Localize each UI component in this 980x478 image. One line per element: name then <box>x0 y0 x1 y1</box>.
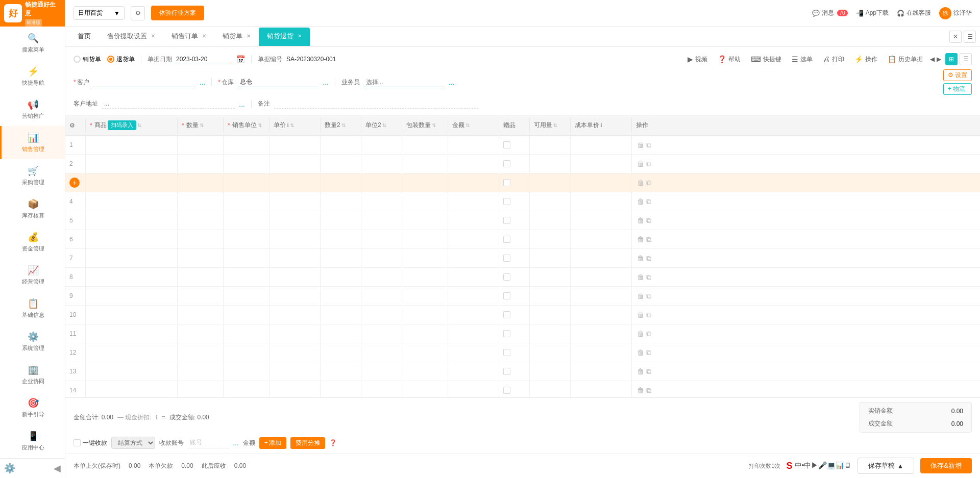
sort-product-icon[interactable]: ⇅ <box>137 122 141 128</box>
industry-select[interactable]: 日用百货 ▼ <box>74 6 125 20</box>
delete-btn[interactable]: 🗑 <box>637 311 644 319</box>
sidebar-item-quick-nav[interactable]: ⚡ 快捷导航 <box>0 60 65 93</box>
copy-btn[interactable]: ⧉ <box>646 197 651 206</box>
delete-btn[interactable]: 🗑 <box>637 273 644 281</box>
sidebar-item-marketing[interactable]: 📢 营销推广 <box>0 93 65 126</box>
add-logistics-btn[interactable]: + 物流 <box>943 83 972 95</box>
sidebar-item-purchase[interactable]: 🛒 采购管理 <box>0 159 65 192</box>
radio-sales-delivery[interactable]: 销货单 <box>74 55 101 64</box>
tab-close-sales-order[interactable]: ✕ <box>202 33 206 39</box>
add-payment-btn[interactable]: + 添加 <box>259 437 286 449</box>
row-1-price[interactable] <box>270 136 321 154</box>
prev-record-btn[interactable]: ◀ <box>930 56 935 63</box>
sort-unit-icon[interactable]: ⇅ <box>258 122 262 128</box>
sidebar-item-app-center[interactable]: 📱 应用中心 <box>0 424 65 458</box>
copy-btn[interactable]: ⧉ <box>646 273 651 282</box>
row-3-price[interactable] <box>270 173 321 192</box>
sidebar-item-inventory[interactable]: 📦 库存核算 <box>0 192 65 225</box>
save-draft-btn[interactable]: 保存草稿 ▲ <box>857 458 914 474</box>
row-3-gift-checkbox[interactable] <box>503 179 510 186</box>
row-3-avail[interactable] <box>530 173 571 192</box>
fee-split-btn[interactable]: 费用分摊 <box>290 437 325 449</box>
row-2-qty[interactable] <box>178 155 224 173</box>
row-2-qty2[interactable] <box>321 155 361 173</box>
row-product[interactable] <box>86 192 178 211</box>
delete-btn[interactable]: 🗑 <box>637 292 644 300</box>
row-3-qty2[interactable] <box>321 173 361 192</box>
app-download-btn[interactable]: 📲 App下载 <box>856 9 889 17</box>
row-1-delete-btn[interactable]: 🗑 <box>637 141 644 149</box>
toolbar-select-btn[interactable]: ☰ 选单 <box>789 54 816 65</box>
row-2-unit2[interactable] <box>361 155 402 173</box>
sidebar-item-operations[interactable]: 📈 经营管理 <box>0 259 65 292</box>
row-3-cost[interactable] <box>571 173 632 192</box>
message-btn[interactable]: 💬 消息 70 <box>812 9 848 17</box>
toolbar-video-btn[interactable]: ▶ 视频 <box>684 54 710 65</box>
copy-btn[interactable]: ⧉ <box>646 311 651 319</box>
row-2-pack[interactable] <box>402 155 448 173</box>
settings-btn[interactable]: ⚙ 设置 <box>943 69 972 81</box>
sort-pack-icon[interactable]: ⇅ <box>432 122 436 128</box>
copy-btn[interactable]: ⧉ <box>646 348 651 357</box>
save-new-btn[interactable]: 保存&新增 <box>920 458 972 473</box>
row-2-product[interactable] <box>86 155 178 173</box>
calc-method-select[interactable]: 结算方式 <box>111 437 155 449</box>
row-3-gift[interactable] <box>499 173 530 192</box>
row-3-amount[interactable] <box>448 173 499 192</box>
row-1-gift-checkbox[interactable] <box>503 141 510 148</box>
calendar-icon[interactable]: 📅 <box>236 55 245 63</box>
sort-qty2-icon[interactable]: ⇅ <box>341 122 346 128</box>
tab-close-price-settings[interactable]: ✕ <box>151 33 155 39</box>
sort-qty-icon[interactable]: ⇅ <box>200 122 204 128</box>
delete-btn[interactable]: 🗑 <box>637 235 644 243</box>
gear-icon[interactable]: ⚙ <box>69 122 75 129</box>
row-3-pack[interactable] <box>402 173 448 192</box>
row-1-amount[interactable] <box>448 136 499 154</box>
row-2-gift[interactable] <box>499 155 530 173</box>
sort-unit2-icon[interactable]: ⇅ <box>382 122 386 128</box>
copy-btn[interactable]: ⧉ <box>646 216 651 225</box>
sidebar-item-finance[interactable]: 💰 资金管理 <box>0 225 65 259</box>
tab-price-settings[interactable]: 售价提取设置 ✕ <box>99 28 163 46</box>
row-1-product[interactable] <box>86 136 178 154</box>
toolbar-history-btn[interactable]: 📋 历史单据 <box>885 54 926 65</box>
row-2-copy-btn[interactable]: ⧉ <box>646 160 651 168</box>
delete-btn[interactable]: 🗑 <box>637 197 644 206</box>
row-3-copy-btn[interactable]: ⧉ <box>646 179 651 187</box>
row-1-unit2[interactable] <box>361 136 402 154</box>
tab-close-all[interactable]: ✕ <box>949 31 962 43</box>
salesperson-input[interactable] <box>364 78 445 87</box>
copy-btn[interactable]: ⧉ <box>646 292 651 300</box>
row-3-product-input[interactable] <box>90 179 173 186</box>
scan-input-btn[interactable]: 扫码录入 <box>108 120 136 130</box>
sidebar-item-search[interactable]: 🔍 搜索菜单 <box>0 27 65 60</box>
row-2-amount[interactable] <box>448 155 499 173</box>
next-record-btn[interactable]: ▶ <box>937 56 941 63</box>
row-1-cost[interactable] <box>571 136 632 154</box>
date-input[interactable] <box>176 56 232 63</box>
user-avatar[interactable]: 徐 徐泽华 <box>939 7 972 19</box>
row-2-gift-checkbox[interactable] <box>503 160 510 167</box>
tab-sales-delivery[interactable]: 销货单 ✕ <box>214 28 259 46</box>
sort-price-icon[interactable]: ⇅ <box>290 122 294 128</box>
sort-amount-icon[interactable]: ⇅ <box>465 122 470 128</box>
copy-btn[interactable]: ⧉ <box>646 330 651 338</box>
row-3-unit2[interactable] <box>361 173 402 192</box>
remarks-input[interactable] <box>274 99 478 109</box>
row-3-unit[interactable] <box>224 173 270 192</box>
grid-view-btn[interactable]: ⊞ <box>945 53 958 65</box>
toolbar-shortcut-btn[interactable]: ⌨ 快捷键 <box>748 54 785 65</box>
delete-btn[interactable]: 🗑 <box>637 330 644 338</box>
tab-close-sales-delivery[interactable]: ✕ <box>247 33 251 39</box>
row-2-delete-btn[interactable]: 🗑 <box>637 160 644 168</box>
sort-avail-icon[interactable]: ⇅ <box>553 122 557 128</box>
tab-home[interactable]: 首页 <box>69 28 99 46</box>
sidebar-item-guide[interactable]: 🎯 新手引导 <box>0 391 65 424</box>
list-view-btn[interactable]: ☰ <box>960 53 972 65</box>
tab-sales-return[interactable]: 销货退货 ✕ <box>259 28 310 46</box>
experience-btn[interactable]: 体验行业方案 <box>151 6 204 20</box>
row-1-unit[interactable] <box>224 136 270 154</box>
tab-menu[interactable]: ☰ <box>964 31 976 43</box>
row-1-gift[interactable] <box>499 136 530 154</box>
warehouse-input[interactable] <box>238 78 318 87</box>
